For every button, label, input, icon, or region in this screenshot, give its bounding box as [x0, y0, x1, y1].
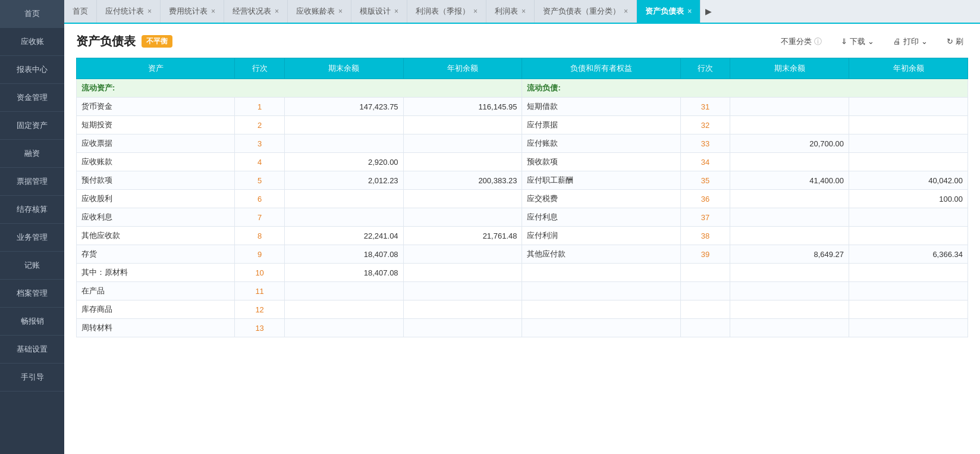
asset-label: 应收账款 — [77, 153, 235, 171]
section-header-row: 流动资产: 流动负债: — [77, 79, 968, 98]
year-start-amount2: 6,366.34 — [849, 245, 968, 264]
print-chevron-icon: ⌄ — [921, 37, 928, 46]
year-start-amount2 — [849, 153, 968, 171]
report-table: 资产 行次 期末余额 年初余额 负债和所有者权益 行次 期末余额 年初余额 流动… — [76, 58, 968, 337]
sidebar-item-receivable[interactable]: 应收账 — [0, 28, 64, 56]
sidebar-item-archive[interactable]: 档案管理 — [0, 280, 64, 308]
year-start-amount: 21,761.48 — [403, 227, 522, 245]
period-end-amount2 — [730, 282, 849, 300]
year-start-amount2 — [849, 116, 968, 134]
page-title: 资产负债表 — [76, 33, 136, 49]
liability-label: 应付职工薪酬 — [522, 171, 680, 190]
sidebar-item-guide[interactable]: 手引导 — [0, 364, 64, 392]
sidebar-item-report-center[interactable]: 报表中心 — [0, 56, 64, 84]
sidebar-item-biz-mgmt[interactable]: 业务管理 — [0, 224, 64, 252]
year-start-amount — [403, 264, 522, 282]
year-start-amount2 — [849, 300, 968, 319]
year-start-amount2 — [849, 264, 968, 282]
print-button[interactable]: 🖨 打印 ⌄ — [888, 34, 932, 49]
period-end-amount2 — [730, 300, 849, 319]
sidebar-item-home[interactable]: 首页 — [0, 0, 64, 28]
print-icon: 🖨 — [893, 37, 901, 46]
tab-template-design[interactable]: 模版设计 × — [351, 0, 407, 23]
sidebar-item-inventory[interactable]: 结存核算 — [0, 196, 64, 224]
asset-label: 应收票据 — [77, 134, 235, 153]
asset-label: 预付款项 — [77, 171, 235, 190]
period-end-amount2 — [730, 153, 849, 171]
tab-balance-reclassified[interactable]: 资产负债表（重分类） × — [535, 0, 637, 23]
year-start-amount2 — [849, 98, 968, 116]
period-end-amount — [284, 134, 403, 153]
header-linenum2: 行次 — [680, 58, 730, 79]
line-number: 6 — [235, 190, 284, 208]
line-number: 7 — [235, 208, 284, 227]
year-start-amount2: 40,042.00 — [849, 171, 968, 190]
year-start-amount — [403, 319, 522, 337]
year-start-amount — [403, 190, 522, 208]
line-number2 — [680, 264, 730, 282]
sidebar-item-fixed-asset[interactable]: 固定资产 — [0, 112, 64, 140]
line-number: 9 — [235, 245, 284, 264]
table-row: 其他应收款 8 22,241.04 21,761.48 应付利润 38 — [77, 227, 968, 245]
tab-scroll-right[interactable]: ▶ — [701, 7, 717, 16]
tab-expense-summary[interactable]: 费用统计表 × — [161, 0, 224, 23]
tab-close-balance-reclassified[interactable]: × — [624, 7, 628, 15]
period-end-amount2 — [730, 208, 849, 227]
period-end-amount2: 20,700.00 — [730, 134, 849, 153]
table-row: 应收账款 4 2,920.00 预收款项 34 — [77, 153, 968, 171]
tab-payable-summary[interactable]: 应付统计表 × — [97, 0, 161, 23]
tab-close-operation-status[interactable]: × — [275, 7, 279, 15]
table-row: 其中：原材料 10 18,407.08 — [77, 264, 968, 282]
asset-label: 在产品 — [77, 282, 235, 300]
period-end-amount: 18,407.08 — [284, 264, 403, 282]
tab-close-profit[interactable]: × — [522, 7, 526, 15]
tab-close-aging[interactable]: × — [338, 7, 343, 15]
tab-close-template[interactable]: × — [394, 7, 398, 15]
sidebar-item-bookkeeping[interactable]: 记账 — [0, 252, 64, 280]
tab-close-balance[interactable]: × — [687, 7, 692, 15]
liability-label: 短期借款 — [522, 98, 680, 116]
asset-label: 其中：原材料 — [77, 264, 235, 282]
period-end-amount2 — [730, 227, 849, 245]
line-number: 10 — [235, 264, 284, 282]
liability-label: 应交税费 — [522, 190, 680, 208]
tab-close-payable-summary[interactable]: × — [147, 7, 152, 15]
refresh-button[interactable]: ↻ 刷 — [942, 34, 968, 49]
tab-balance[interactable]: 资产负债表 × — [637, 0, 701, 23]
classify-button[interactable]: 不重分类 ⓘ — [776, 34, 827, 49]
header-year-start2: 年初余额 — [849, 58, 968, 79]
sidebar-item-financing[interactable]: 融资 — [0, 140, 64, 168]
download-icon: ⇓ — [841, 37, 847, 46]
line-number2 — [680, 282, 730, 300]
sidebar-item-basic-settings[interactable]: 基础设置 — [0, 336, 64, 364]
line-number2 — [680, 319, 730, 337]
sidebar-item-ticket-mgmt[interactable]: 票据管理 — [0, 168, 64, 196]
tab-close-profit-quarterly[interactable]: × — [473, 7, 478, 15]
year-start-amount2 — [849, 282, 968, 300]
tab-home[interactable]: 首页 — [64, 0, 97, 23]
period-end-amount2 — [730, 190, 849, 208]
liability-label — [522, 264, 680, 282]
period-end-amount — [284, 190, 403, 208]
tab-close-expense-summary[interactable]: × — [211, 7, 215, 15]
tab-aging[interactable]: 应收账龄表 × — [288, 0, 351, 23]
line-number: 5 — [235, 171, 284, 190]
content-area: 资产负债表 不平衡 不重分类 ⓘ ⇓ 下载 ⌄ 🖨 打印 ⌄ — [64, 24, 980, 454]
tab-profit-quarterly[interactable]: 利润表（季报） × — [407, 0, 486, 23]
liability-label: 应付账款 — [522, 134, 680, 153]
help-icon: ⓘ — [814, 36, 822, 47]
period-end-amount: 22,241.04 — [284, 227, 403, 245]
section-right-label: 流动负债: — [522, 79, 968, 98]
main-area: 首页 应付统计表 × 费用统计表 × 经营状况表 × 应收账龄表 × 模版设计 … — [64, 0, 980, 454]
tab-profit[interactable]: 利润表 × — [486, 0, 535, 23]
year-start-amount — [403, 282, 522, 300]
table-row: 存货 9 18,407.08 其他应付款 39 8,649.27 6,366.3… — [77, 245, 968, 264]
year-start-amount2 — [849, 319, 968, 337]
tab-operation-status[interactable]: 经营状况表 × — [224, 0, 288, 23]
liability-label — [522, 300, 680, 319]
sidebar-item-expense[interactable]: 畅报销 — [0, 308, 64, 336]
download-button[interactable]: ⇓ 下载 ⌄ — [836, 34, 879, 49]
line-number: 13 — [235, 319, 284, 337]
sidebar-item-fund-mgmt[interactable]: 资金管理 — [0, 84, 64, 112]
period-end-amount — [284, 300, 403, 319]
